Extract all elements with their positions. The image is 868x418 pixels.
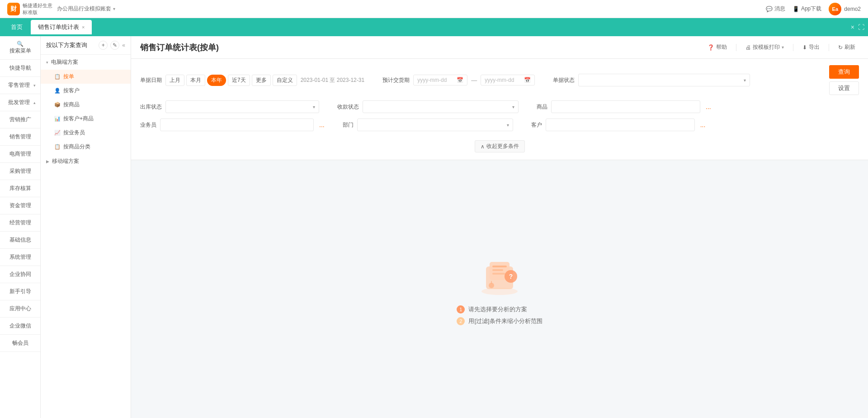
sidebar-item-ecommerce[interactable]: 电商管理 — [0, 146, 40, 163]
download-icon: 📱 — [793, 6, 799, 12]
sidebar-item-finance[interactable]: 资金管理 — [0, 197, 40, 214]
scheme-item-by-customer-goods[interactable]: 📊 按客户+商品 — [41, 112, 131, 126]
empty-state: ? 1 请先选择要分析的方案 2 用[过滤]条件来缩小分析范围 — [457, 253, 542, 325]
export-button[interactable]: ⬇ 导出 — [799, 42, 823, 53]
tab-bar: 首页 销售订单统计表 × × ⛶ — [0, 18, 868, 36]
department-group: 部门 ▾ — [343, 119, 513, 131]
mobile-section-arrow-icon: ▶ — [46, 159, 49, 164]
goods-label: 商品 — [537, 103, 547, 111]
sidebar-item-purchase[interactable]: 采购管理 — [0, 163, 40, 180]
message-icon: 💬 — [766, 6, 773, 12]
window-maximize-button[interactable]: ⛶ — [858, 24, 864, 31]
goods-ellipsis[interactable]: ... — [706, 103, 711, 110]
message-button[interactable]: 💬 消息 — [766, 5, 785, 13]
shipment-status-select[interactable]: ▾ — [165, 100, 319, 113]
app-download-button[interactable]: 📱 App下载 — [793, 5, 821, 13]
last7days-button[interactable]: 近7天 — [228, 75, 250, 86]
scheme-panel-actions: + ✎ « — [99, 41, 125, 50]
action-divider — [736, 44, 736, 51]
this-year-button[interactable]: 本年 — [207, 75, 226, 86]
goods-input[interactable] — [551, 100, 700, 113]
top-bar: 财 畅捷通好生意 标准版 办公用品行业模拟账套 ▾ 💬 消息 📱 App下载 E… — [0, 0, 868, 18]
shipment-label: 出库状态 — [140, 103, 162, 111]
filter-area: 单据日期 上月 本月 本年 近7天 更多 自定义 2023-01-01 至 20… — [131, 59, 868, 160]
scheme-category-icon: 📋 — [54, 144, 61, 150]
department-label: 部门 — [343, 121, 354, 129]
scheme-customer-icon: 👤 — [54, 88, 61, 94]
scheme-mobile-header[interactable]: ▶ 移动端方案 — [41, 154, 131, 169]
filter-row-2: 出库状态 ▾ 收款状态 ▾ — [140, 100, 859, 113]
payment-status-select[interactable]: ▾ — [363, 100, 519, 113]
user-area[interactable]: Ea demo2 — [829, 3, 861, 15]
scheme-pc-header[interactable]: ▾ 电脑端方案 — [41, 55, 131, 70]
sidebar-item-business[interactable]: 经营管理 — [0, 214, 40, 232]
sidebar-item-system[interactable]: 系统管理 — [0, 249, 40, 266]
date-label: 单据日期 — [140, 76, 162, 84]
salesman-label: 业务员 — [140, 121, 156, 129]
action-divider2 — [793, 44, 793, 51]
last-month-button[interactable]: 上月 — [165, 75, 184, 86]
tab-close-icon[interactable]: × — [82, 24, 85, 30]
salesman-ellipsis[interactable]: ... — [319, 121, 325, 128]
sidebar-item-sales[interactable]: 销售管理 — [0, 128, 40, 146]
scheme-edit-button[interactable]: ✎ — [110, 41, 119, 50]
sidebar-item-inventory[interactable]: 库存核算 — [0, 180, 40, 197]
breadcrumb[interactable]: 办公用品行业模拟账套 ▾ — [57, 5, 115, 13]
scheme-item-by-order[interactable]: 📋 按单 — [41, 70, 131, 84]
collapse-bar: ∧ 收起更多条件 — [140, 137, 859, 153]
customer-ellipsis[interactable]: ... — [700, 121, 706, 128]
status-select[interactable]: ▾ — [578, 74, 750, 86]
svg-rect-4 — [492, 269, 503, 271]
tab-home[interactable]: 首页 — [4, 20, 30, 34]
page-actions: ❓ 帮助 🖨 按模板打印 ▾ ⬇ 导出 — [704, 42, 859, 53]
help-button[interactable]: ❓ 帮助 — [704, 42, 731, 53]
sidebar-item-wechat[interactable]: 企业微信 — [0, 318, 40, 335]
sidebar-item-shortcuts[interactable]: 快捷导航 — [0, 60, 40, 77]
custom-date-button[interactable]: 自定义 — [273, 75, 297, 86]
scheme-add-button[interactable]: + — [99, 41, 108, 50]
department-dropdown-icon: ▾ — [507, 123, 509, 128]
sidebar-item-marketing[interactable]: 营销推广 — [0, 111, 40, 128]
more-date-button[interactable]: 更多 — [252, 75, 271, 86]
top-bar-left: 财 畅捷通好生意 标准版 办公用品行业模拟账套 ▾ — [7, 2, 115, 15]
sidebar-item-guide[interactable]: 新手引导 — [0, 283, 40, 300]
sidebar-item-enterprise[interactable]: 企业协同 — [0, 266, 40, 283]
search-icon: 🔍 — [17, 41, 24, 47]
sidebar-item-apps[interactable]: 应用中心 — [0, 300, 40, 318]
scheme-item-by-goods[interactable]: 📦 按商品 — [41, 98, 131, 112]
refresh-icon: ↻ — [838, 44, 843, 51]
sidebar-item-member[interactable]: 畅会员 — [0, 335, 40, 352]
department-select[interactable]: ▾ — [357, 119, 513, 131]
page-header: 销售订单统计表(按单) ❓ 帮助 🖨 按模板打印 ▾ ⬇ — [131, 36, 868, 59]
refresh-button[interactable]: ↻ 刷新 — [835, 42, 859, 53]
content-area: 按以下方案查询 + ✎ « ▾ 电脑端方案 📋 按单 👤 按客 — [41, 36, 868, 418]
tip-number-1: 1 — [457, 305, 465, 314]
action-divider3 — [829, 44, 829, 51]
sidebar-item-basic[interactable]: 基础信息 — [0, 232, 40, 249]
settings-button[interactable]: 设置 — [829, 81, 859, 95]
query-button[interactable]: 查询 — [829, 65, 859, 79]
tab-active[interactable]: 销售订单统计表 × — [31, 20, 92, 34]
filter-row-3: 业务员 ... 部门 ▾ 客户 — [140, 119, 859, 131]
payment-status-group: 收款状态 ▾ — [337, 100, 519, 113]
scheme-collapse-button[interactable]: « — [122, 42, 125, 48]
tip-number-2: 2 — [457, 317, 465, 325]
scheme-item-by-salesman[interactable]: 📈 按业务员 — [41, 126, 131, 140]
print-button[interactable]: 🖨 按模板打印 ▾ — [742, 42, 788, 53]
window-close-button[interactable]: × — [851, 24, 854, 31]
salesman-input[interactable] — [160, 119, 314, 131]
sidebar-item-retail[interactable]: 零售管理 ▾ — [0, 77, 40, 94]
date-buttons: 上月 本月 本年 近7天 更多 自定义 — [165, 75, 297, 86]
scheme-item-by-customer[interactable]: 👤 按客户 — [41, 84, 131, 98]
collapse-button[interactable]: ∧ 收起更多条件 — [475, 140, 525, 152]
print-icon: 🖨 — [745, 44, 751, 51]
scheme-panel-header: 按以下方案查询 + ✎ « — [41, 36, 131, 55]
sidebar-item-search[interactable]: 🔍 搜索菜单 — [0, 36, 40, 60]
expected-date-end[interactable]: yyyy-mm-dd 📅 — [481, 75, 535, 86]
scheme-item-by-category[interactable]: 📋 按商品分类 — [41, 140, 131, 154]
customer-input[interactable] — [546, 119, 695, 131]
expected-date-start[interactable]: yyyy-mm-dd 📅 — [413, 75, 467, 86]
sidebar-item-wholesale[interactable]: 批发管理 ▴ — [0, 94, 40, 111]
this-month-button[interactable]: 本月 — [186, 75, 205, 86]
sidebar: 🔍 搜索菜单 快捷导航 零售管理 ▾ 批发管理 ▴ 营销推广 销售管理 电商管理… — [0, 36, 41, 418]
